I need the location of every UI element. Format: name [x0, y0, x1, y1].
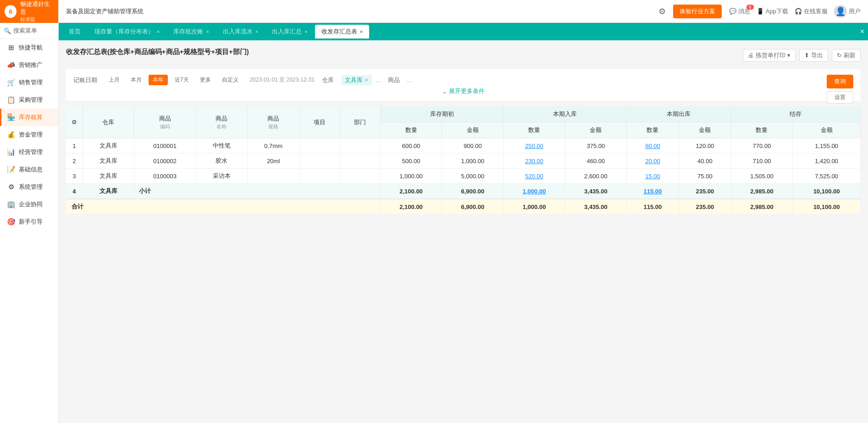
- finance-label: 资金管理: [19, 131, 43, 139]
- warehouse-tag[interactable]: 文具库 ×: [341, 75, 372, 85]
- app-download-item[interactable]: 📱 App下载: [757, 7, 788, 16]
- row-open-qty: 600.00: [380, 138, 442, 154]
- row-open-amount: 1,000.00: [442, 154, 503, 169]
- row-out-qty[interactable]: 15.00: [626, 169, 679, 184]
- sidebar-item-quick-nav[interactable]: ⊞快捷导航: [0, 39, 58, 56]
- system-label: 系统管理: [19, 183, 43, 191]
- sidebar-item-finance[interactable]: 💰资金管理: [0, 126, 58, 143]
- col-open-qty: 数量: [380, 122, 442, 138]
- row-project: [299, 138, 340, 154]
- sidebar-item-marketing[interactable]: 📣营销推广: [0, 56, 58, 74]
- row-out-amount: 75.00: [679, 169, 731, 184]
- tab-recv-send-summary[interactable]: 收发存汇总表×: [315, 25, 369, 38]
- topbar-actions: ⚙ 体验行业方案 💬 消息 6 📱 App下载 🎧 在线客服: [658, 5, 861, 18]
- total-open-qty: 2,100.00: [380, 199, 442, 214]
- col-bal-qty: 数量: [731, 122, 792, 138]
- tabbar: 首页现存量（库存分布表）×库存批次账×出入库流水×出入库汇总×收发存汇总表××: [59, 23, 868, 40]
- col-goods-name: 商品名称: [196, 106, 248, 138]
- row-dept: [340, 138, 380, 154]
- sidebar-item-purchase[interactable]: 📋采购管理: [0, 91, 58, 109]
- table-settings-col[interactable]: ⚙: [66, 106, 83, 138]
- tab-in-out-flow[interactable]: 出入库流水×: [216, 25, 265, 38]
- tab-label-home: 首页: [69, 27, 81, 36]
- tab-inventory-dist[interactable]: 现存量（库存分布表）×: [88, 25, 166, 38]
- date-btn-本月[interactable]: 本月: [127, 75, 146, 85]
- row-out-qty[interactable]: 20.00: [626, 154, 679, 169]
- subtotal-label: 小计: [134, 184, 381, 199]
- row-in-amount: 2,600.00: [565, 169, 626, 184]
- search-menu[interactable]: 🔍 搜索菜单: [0, 23, 58, 39]
- user-avatar: 👤: [834, 5, 847, 18]
- total-in-amount: 3,435.00: [565, 199, 626, 214]
- sidebar-item-system[interactable]: ⚙系统管理: [0, 178, 58, 196]
- sidebar-item-sales[interactable]: 🛒销售管理: [0, 74, 58, 91]
- subtotal-in-qty[interactable]: 1,000.00: [503, 184, 565, 199]
- print-template-button[interactable]: 🖨 拣货单打印 ▾: [743, 49, 796, 62]
- date-btn-本年[interactable]: 本年: [149, 75, 168, 85]
- message-icon-item[interactable]: 💬 消息 6: [729, 7, 750, 16]
- settings-icon[interactable]: ⚙: [658, 6, 666, 16]
- sidebar-item-inventory[interactable]: 🏪库存核算: [0, 109, 58, 126]
- date-btn-上月[interactable]: 上月: [105, 75, 124, 85]
- subtotal-out-qty[interactable]: 115.00: [626, 184, 679, 199]
- table-row: 2 文具库 0100002 胶水 20ml 500.00 1,000.00 23…: [66, 154, 861, 169]
- date-btn-更多[interactable]: 更多: [196, 75, 215, 85]
- tab-label-batch-account: 库存批次账: [173, 27, 203, 36]
- user-avatar-item[interactable]: 👤 用户: [834, 5, 861, 18]
- row-in-amount: 460.00: [565, 154, 626, 169]
- sidebar-item-guide[interactable]: 🎯新手引导: [0, 213, 58, 231]
- basic-info-label: 基础信息: [19, 165, 43, 174]
- row-out-qty[interactable]: 80.00: [626, 138, 679, 154]
- trial-button[interactable]: 体验行业方案: [673, 5, 722, 18]
- row-bal-qty: 710.00: [731, 154, 792, 169]
- sidebar-item-enterprise[interactable]: 🏢企业协同: [0, 196, 58, 213]
- row-in-amount: 375.00: [565, 138, 626, 154]
- tab-close-recv-send-summary[interactable]: ×: [360, 29, 363, 34]
- tab-batch-account[interactable]: 库存批次账×: [167, 25, 215, 38]
- date-btn-自定义[interactable]: 自定义: [218, 75, 243, 85]
- date-btn-近7天[interactable]: 近7天: [171, 75, 193, 85]
- row-warehouse: 文具库: [83, 138, 134, 154]
- row-goods-code: 0100002: [134, 154, 196, 169]
- online-service-item[interactable]: 🎧 在线客服: [795, 7, 828, 16]
- tabbar-close[interactable]: ×: [860, 27, 864, 36]
- system-name: 装备及固定资产辅助管理系统: [66, 7, 653, 16]
- row-goods-name: 胶水: [196, 154, 248, 169]
- expand-more[interactable]: ⌄ 展开更多条件: [73, 87, 853, 95]
- tab-home[interactable]: 首页: [62, 25, 87, 38]
- tab-in-out-summary[interactable]: 出入库汇总×: [265, 25, 314, 38]
- search-icon: 🔍: [4, 27, 11, 34]
- row-in-qty[interactable]: 250.00: [503, 138, 565, 154]
- tab-label-in-out-summary: 出入库汇总: [272, 27, 302, 36]
- tab-close-in-out-summary[interactable]: ×: [304, 29, 307, 34]
- col-in-qty: 数量: [503, 122, 565, 138]
- warehouse-more[interactable]: ...: [376, 77, 381, 83]
- col-out-amount: 金额: [679, 122, 731, 138]
- app-logo: 6: [5, 5, 17, 18]
- total-bal-qty: 2,985.00: [731, 199, 792, 214]
- query-button[interactable]: 查询: [827, 75, 853, 88]
- warehouse-tag-close[interactable]: ×: [365, 77, 368, 83]
- goods-more[interactable]: ...: [407, 77, 412, 83]
- row-project: [299, 169, 340, 184]
- tab-close-in-out-flow[interactable]: ×: [255, 29, 258, 34]
- sidebar-item-basic-info[interactable]: 📝基础信息: [0, 161, 58, 178]
- export-button[interactable]: ⬆ 导出: [799, 49, 828, 62]
- tab-close-inventory-dist[interactable]: ×: [157, 29, 160, 34]
- col-group-out: 本期出库: [626, 106, 731, 122]
- sidebar-item-operations[interactable]: 📊经营管理: [0, 143, 58, 161]
- col-group-in: 本期入库: [503, 106, 627, 122]
- row-in-qty[interactable]: 520.00: [503, 169, 565, 184]
- col-goods-code: 商品编码: [134, 106, 196, 138]
- refresh-button[interactable]: ↻ 刷新: [832, 49, 861, 62]
- purchase-icon: 📋: [7, 96, 15, 104]
- row-open-qty: 500.00: [380, 154, 442, 169]
- goods-filter-label: 商品: [388, 76, 400, 84]
- row-in-qty[interactable]: 230.00: [503, 154, 565, 169]
- tab-close-batch-account[interactable]: ×: [206, 29, 209, 34]
- filter-settings-button[interactable]: 设置: [827, 91, 853, 104]
- table-footer-row: 合计 2,100.00 6,900.00 1,000.00 3,435.00 1…: [66, 199, 861, 214]
- subtotal-bal-amount: 10,100.00: [793, 184, 861, 199]
- total-out-amount: 235.00: [679, 199, 731, 214]
- table-row: 3 文具库 0100003 采访本 1,000.00 5,000.00 520.…: [66, 169, 861, 184]
